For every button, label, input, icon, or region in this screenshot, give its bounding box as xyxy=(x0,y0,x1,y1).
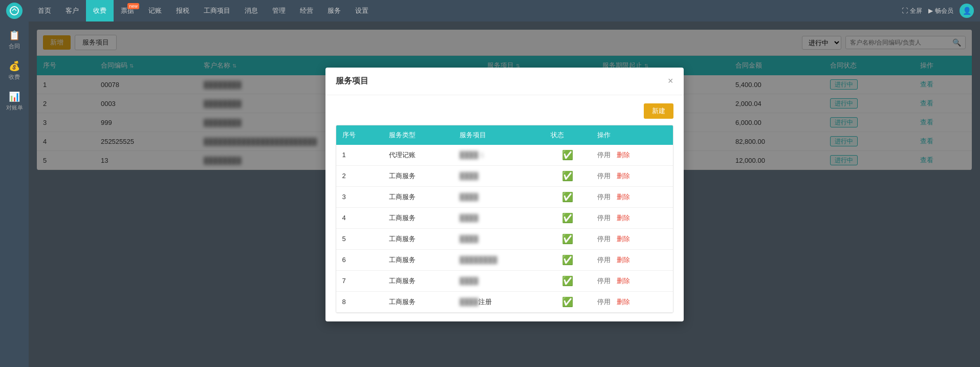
left-sidebar: 📋 合同 💰 收费 📊 对账单 xyxy=(0,21,29,367)
list-item: 1 代理记账 ████ 1 ✅ 停用 删除 xyxy=(336,145,673,166)
delete-action[interactable]: 删除 xyxy=(617,235,630,243)
modal-cell-item: ████ xyxy=(453,186,545,207)
modal-cell-type: 工商服务 xyxy=(383,207,453,228)
modal-cell-item: ████ xyxy=(453,228,545,249)
modal-cell-status: ✅ xyxy=(545,249,591,270)
nav-home[interactable]: 首页 xyxy=(31,0,58,21)
modal-cell-type: 工商服务 xyxy=(383,165,453,186)
modal-close-button[interactable]: × xyxy=(668,76,673,85)
modal-cell-action: 停用 删除 xyxy=(591,145,673,166)
nav-client[interactable]: 客户 xyxy=(58,0,86,21)
main-content-area: 新增 服务项目 进行中 全部 已完成 终止 🔍 xyxy=(29,21,980,367)
modal-col-item: 服务项目 xyxy=(453,125,545,145)
fee-icon: 💰 xyxy=(9,60,20,72)
modal-cell-status: ✅ xyxy=(545,270,591,291)
stop-action[interactable]: 停用 xyxy=(597,193,611,201)
delete-action[interactable]: 删除 xyxy=(617,256,630,264)
stop-action[interactable]: 停用 xyxy=(597,151,611,159)
modal-cell-type: 工商服务 xyxy=(383,228,453,249)
modal-cell-seq: 6 xyxy=(336,249,383,270)
stop-action[interactable]: 停用 xyxy=(597,235,611,243)
modal-cell-type: 代理记账 xyxy=(383,145,453,166)
nav-invoice[interactable]: 票据 new xyxy=(114,0,141,21)
nav-message[interactable]: 消息 xyxy=(237,0,265,21)
nav-fee[interactable]: 收费 xyxy=(86,0,114,21)
service-table-body: 1 代理记账 ████ 1 ✅ 停用 删除 2 工商服务 ████ ✅ 停用 删… xyxy=(336,145,673,313)
modal-col-action: 操作 xyxy=(591,125,673,145)
delete-action[interactable]: 删除 xyxy=(617,193,630,201)
nav-right-area: ⛶ 全屏 ▶ 畅会员 👤 xyxy=(902,4,974,18)
stop-action[interactable]: 停用 xyxy=(597,277,611,285)
fullscreen-button[interactable]: ⛶ 全屏 xyxy=(902,7,922,15)
modal-cell-type: 工商服务 xyxy=(383,186,453,207)
nav-service[interactable]: 服务 xyxy=(320,0,348,21)
modal-cell-status: ✅ xyxy=(545,165,591,186)
modal-cell-type: 工商服务 xyxy=(383,291,453,312)
sidebar-item-reconcile[interactable]: 📊 对账单 xyxy=(0,87,29,116)
modal-cell-seq: 3 xyxy=(336,186,383,207)
list-item: 5 工商服务 ████ ✅ 停用 删除 xyxy=(336,228,673,249)
modal-cell-seq: 7 xyxy=(336,270,383,291)
modal-cell-seq: 5 xyxy=(336,228,383,249)
modal-col-status: 状态 xyxy=(545,125,591,145)
delete-action[interactable]: 删除 xyxy=(617,172,630,180)
status-check-icon: ✅ xyxy=(562,171,573,181)
modal-cell-seq: 2 xyxy=(336,165,383,186)
stop-action[interactable]: 停用 xyxy=(597,172,611,180)
status-check-icon: ✅ xyxy=(562,297,573,307)
list-item: 7 工商服务 ████ ✅ 停用 删除 xyxy=(336,270,673,291)
modal-cell-action: 停用 删除 xyxy=(591,249,673,270)
modal-table-wrap[interactable]: 序号 服务类型 服务项目 状态 操作 1 代理记账 ████ 1 ✅ 停用 xyxy=(336,125,673,313)
user-avatar[interactable]: 👤 xyxy=(960,4,974,18)
modal-cell-item: ████████ xyxy=(453,249,545,270)
svg-point-0 xyxy=(10,7,18,15)
modal-cell-item: ████ xyxy=(453,207,545,228)
modal-cell-item: ████注册 xyxy=(453,291,545,312)
nav-business[interactable]: 工商项目 xyxy=(197,0,237,21)
modal-cell-action: 停用 删除 xyxy=(591,270,673,291)
delete-action[interactable]: 删除 xyxy=(617,277,630,285)
stop-action[interactable]: 停用 xyxy=(597,298,611,306)
sidebar-item-fee[interactable]: 💰 收费 xyxy=(0,56,29,85)
delete-action[interactable]: 删除 xyxy=(617,151,630,159)
nav-settings[interactable]: 设置 xyxy=(348,0,376,21)
list-item: 4 工商服务 ████ ✅ 停用 删除 xyxy=(336,207,673,228)
sidebar-item-contract[interactable]: 📋 合同 xyxy=(0,26,29,54)
modal-new-button[interactable]: 新建 xyxy=(644,103,673,119)
modal-col-seq: 序号 xyxy=(336,125,383,145)
modal-cell-status: ✅ xyxy=(545,228,591,249)
service-table: 序号 服务类型 服务项目 状态 操作 1 代理记账 ████ 1 ✅ 停用 xyxy=(336,125,673,313)
modal-cell-type: 工商服务 xyxy=(383,249,453,270)
modal-cell-action: 停用 删除 xyxy=(591,228,673,249)
status-check-icon: ✅ xyxy=(562,192,573,202)
modal-cell-action: 停用 删除 xyxy=(591,165,673,186)
nav-tax[interactable]: 报税 xyxy=(169,0,197,21)
modal-cell-status: ✅ xyxy=(545,186,591,207)
contract-icon: 📋 xyxy=(9,30,20,41)
nav-manage[interactable]: 管理 xyxy=(265,0,293,21)
modal-cell-seq: 4 xyxy=(336,207,383,228)
delete-action[interactable]: 删除 xyxy=(617,298,630,306)
member-button[interactable]: ▶ 畅会员 xyxy=(928,7,953,15)
modal-body: 新建 序号 服务类型 服务项目 状态 操作 xyxy=(325,95,684,321)
nav-bookkeeping[interactable]: 记账 xyxy=(141,0,169,21)
modal-title: 服务项目 xyxy=(336,76,368,87)
stop-action[interactable]: 停用 xyxy=(597,256,611,264)
status-check-icon: ✅ xyxy=(562,150,573,160)
video-icon: ▶ xyxy=(928,7,933,14)
nav-operation[interactable]: 经营 xyxy=(293,0,320,21)
modal-col-type: 服务类型 xyxy=(383,125,453,145)
stop-action[interactable]: 停用 xyxy=(597,214,611,222)
list-item: 6 工商服务 ████████ ✅ 停用 删除 xyxy=(336,249,673,270)
modal-cell-seq: 8 xyxy=(336,291,383,312)
status-check-icon: ✅ xyxy=(562,276,573,286)
reconcile-icon: 📊 xyxy=(9,91,20,102)
modal-cell-item: ████ 1 xyxy=(453,145,545,166)
modal-overlay[interactable]: 服务项目 × 新建 序号 服务类型 服务项目 xyxy=(29,21,980,367)
modal-cell-item: ████ xyxy=(453,270,545,291)
modal-cell-status: ✅ xyxy=(545,207,591,228)
modal-cell-type: 工商服务 xyxy=(383,270,453,291)
delete-action[interactable]: 删除 xyxy=(617,214,630,222)
modal-cell-action: 停用 删除 xyxy=(591,291,673,312)
app-logo xyxy=(6,3,23,19)
